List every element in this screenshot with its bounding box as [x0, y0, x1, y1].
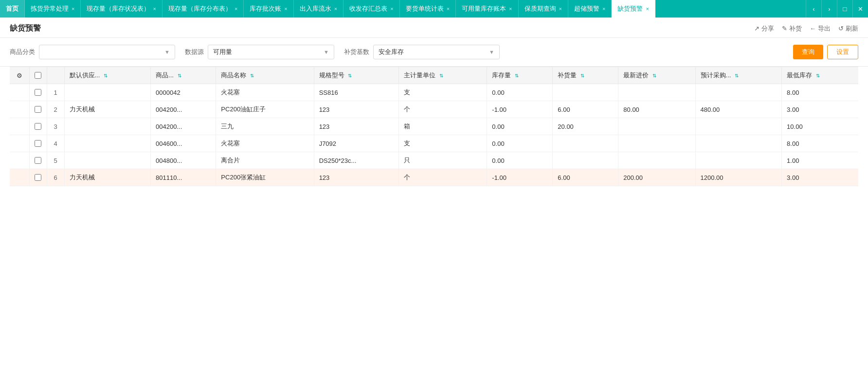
row-checkbox[interactable]: [35, 123, 41, 130]
col-supplier-sort-icon[interactable]: ⇅: [104, 73, 108, 78]
row-min-stock: 8.00: [782, 135, 858, 152]
col-stock: 库存量 ⇅: [487, 67, 553, 84]
row-spec: 123: [314, 118, 398, 135]
nav-tab-order-stats-close[interactable]: ×: [447, 6, 450, 12]
col-est-purchase-sort-icon[interactable]: ⇅: [735, 73, 739, 78]
query-button[interactable]: 查询: [793, 45, 823, 59]
row-supplier: [64, 118, 151, 135]
settings-button[interactable]: 设置: [827, 45, 858, 59]
row-latest-price: [618, 135, 695, 152]
row-restock: [553, 135, 618, 152]
row-name: PC200张紧油缸: [216, 169, 314, 186]
nav-tab-expiry-query[interactable]: 保质期查询 ×: [519, 0, 568, 18]
select-all-checkbox[interactable]: [35, 72, 41, 79]
col-name-sort-icon[interactable]: ⇅: [250, 73, 254, 78]
col-unit-sort-icon[interactable]: ⇅: [439, 73, 443, 78]
nav-tab-recv-summary-close[interactable]: ×: [390, 6, 393, 12]
row-unit: 个: [398, 101, 487, 118]
nav-tab-batch-account[interactable]: 库存批次账 ×: [244, 0, 293, 18]
nav-tab-overstock-close[interactable]: ×: [602, 6, 605, 12]
nav-tab-inout-flow-close[interactable]: ×: [334, 6, 337, 12]
row-checkbox[interactable]: [35, 89, 41, 96]
nav-tab-shortage-close[interactable]: ×: [646, 6, 649, 12]
row-stock: -1.00: [487, 169, 553, 186]
col-latest-price: 最新进价 ⇅: [618, 67, 695, 84]
export-button[interactable]: ← 导出: [810, 24, 831, 33]
nav-tab-inventory-status-close[interactable]: ×: [153, 6, 156, 12]
row-restock: 6.00: [553, 101, 618, 118]
table-row: 6 力天机械 801110... PC200张紧油缸 123 个 -1.00 6…: [10, 169, 858, 186]
top-nav: 首页 拣货异常处理 × 现存量（库存状况表） × 现存量（库存分布表） × 库存…: [0, 0, 868, 18]
settings-gear-icon[interactable]: ⚙: [17, 72, 22, 79]
row-est-purchase: [695, 118, 782, 135]
nav-tab-recv-summary[interactable]: 收发存汇总表 ×: [344, 0, 399, 18]
row-stock: 0.00: [487, 135, 553, 152]
col-stock-sort-icon[interactable]: ⇅: [515, 73, 519, 78]
refresh-label: 刷新: [846, 24, 858, 33]
nav-tab-defect-process-close[interactable]: ×: [72, 6, 74, 12]
row-checkbox[interactable]: [35, 157, 41, 164]
row-unit: 支: [398, 135, 487, 152]
nav-tab-inout-flow[interactable]: 出入库流水 ×: [294, 0, 344, 18]
restock-base-select[interactable]: 安全库存 ▼: [373, 45, 500, 59]
row-checkbox[interactable]: [35, 106, 41, 113]
row-checkbox[interactable]: [35, 174, 41, 181]
nav-tab-avail-ledger[interactable]: 可用量库存账本 ×: [456, 0, 518, 18]
nav-tab-overstock[interactable]: 超储预警 ×: [568, 0, 612, 18]
row-checkbox-cell: [29, 101, 47, 118]
col-restock-sort-icon[interactable]: ⇅: [580, 73, 584, 78]
nav-tab-inventory-dist[interactable]: 现存量（库存分布表） ×: [163, 0, 244, 18]
nav-tab-inventory-status[interactable]: 现存量（库存状况表） ×: [81, 0, 162, 18]
table-row: 4 004600... 火花塞 J7092 支 0.00 8.00: [10, 135, 858, 152]
row-spec: J7092: [314, 135, 398, 152]
nav-tab-order-stats[interactable]: 要货单统计表 ×: [400, 0, 456, 18]
restock-icon: ✎: [782, 25, 787, 32]
nav-restore-btn[interactable]: □: [837, 0, 852, 18]
nav-tab-batch-account-label: 库存批次账: [250, 4, 281, 13]
row-name: 火花塞: [216, 84, 314, 101]
col-name: 商品名称 ⇅: [216, 67, 314, 84]
row-gear-cell: [10, 152, 29, 169]
nav-tab-inventory-dist-label: 现存量（库存分布表）: [168, 4, 232, 13]
table-row: 2 力天机械 004200... PC200油缸庄子 123 个 -1.00 6…: [10, 101, 858, 118]
share-icon: ↗: [754, 25, 760, 32]
refresh-button[interactable]: ↺ 刷新: [838, 24, 858, 33]
row-code: 801110...: [151, 169, 216, 186]
col-latest-price-sort-icon[interactable]: ⇅: [652, 73, 656, 78]
row-unit: 个: [398, 169, 487, 186]
share-button[interactable]: ↗ 分享: [754, 24, 774, 33]
row-checkbox[interactable]: [35, 140, 41, 147]
col-min-stock-sort-icon[interactable]: ⇅: [816, 73, 820, 78]
nav-tab-defect-process-label: 拣货异常处理: [31, 4, 69, 13]
nav-tab-batch-account-close[interactable]: ×: [284, 6, 287, 12]
table-wrapper: ⚙ 默认供应... ⇅ 商品... ⇅: [0, 67, 868, 186]
col-spec-sort-icon[interactable]: ⇅: [348, 73, 352, 78]
restock-button[interactable]: ✎ 补货: [782, 24, 802, 33]
row-number: 6: [47, 169, 64, 186]
row-checkbox-cell: [29, 118, 47, 135]
row-est-purchase: 1200.00: [695, 169, 782, 186]
datasource-arrow-icon: ▼: [324, 49, 329, 55]
category-select[interactable]: ▼: [39, 45, 175, 59]
nav-tab-inventory-dist-close[interactable]: ×: [235, 6, 237, 12]
col-gear: ⚙: [10, 67, 29, 84]
nav-tab-home[interactable]: 首页: [0, 0, 25, 18]
row-gear-cell: [10, 101, 29, 118]
datasource-select[interactable]: 可用量 ▼: [208, 45, 334, 59]
nav-close-btn[interactable]: ✕: [852, 0, 868, 18]
nav-prev-btn[interactable]: ‹: [806, 0, 821, 18]
nav-tab-avail-ledger-close[interactable]: ×: [509, 6, 512, 12]
col-spec: 规格型号 ⇅: [314, 67, 398, 84]
nav-next-btn[interactable]: ›: [821, 0, 837, 18]
restock-label: 补货: [789, 24, 802, 33]
nav-tab-avail-ledger-label: 可用量库存账本: [462, 4, 506, 13]
nav-tab-expiry-query-close[interactable]: ×: [559, 6, 562, 12]
nav-tab-defect-process[interactable]: 拣货异常处理 ×: [25, 0, 81, 18]
row-number: 2: [47, 101, 64, 118]
row-number: 3: [47, 118, 64, 135]
nav-tab-shortage[interactable]: 缺货预警 ×: [612, 0, 655, 18]
row-min-stock: 8.00: [782, 84, 858, 101]
col-code-sort-icon[interactable]: ⇅: [178, 73, 181, 78]
filter-actions: 查询 设置: [793, 45, 858, 59]
header-actions: ↗ 分享 ✎ 补货 ← 导出 ↺ 刷新: [754, 24, 858, 33]
